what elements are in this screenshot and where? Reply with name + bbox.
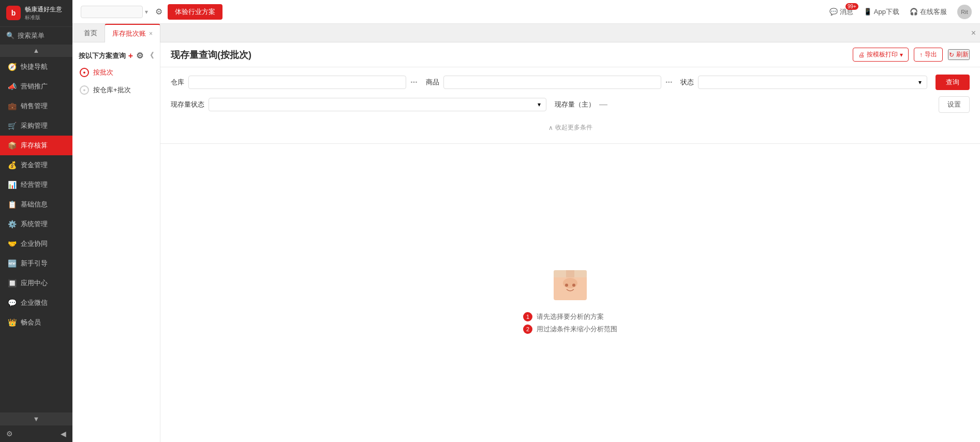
sidebar-item-enterprise[interactable]: 🤝企业协同 bbox=[0, 234, 72, 254]
sidebar-logo: b bbox=[6, 6, 21, 20]
sidebar-item-purchase[interactable]: 🛒采购管理 bbox=[0, 116, 72, 136]
scheme-item-by_warehouse_batch[interactable]: ●按仓库+批次 bbox=[72, 81, 160, 99]
refresh-btn[interactable]: ↻ 刷新 bbox=[948, 49, 970, 60]
query-btn[interactable]: 查询 bbox=[936, 75, 970, 90]
messages-btn[interactable]: 💬 消息 99+ bbox=[829, 7, 853, 17]
user-profile-btn[interactable]: Rit bbox=[957, 5, 972, 19]
sidebar-item-finance[interactable]: 💰资金管理 bbox=[0, 155, 72, 175]
collapse-panel-icon[interactable]: 《 bbox=[146, 51, 154, 61]
warehouse-input[interactable] bbox=[188, 76, 406, 89]
scheme-dot-by_warehouse_batch: ● bbox=[80, 85, 89, 95]
scheme-item-by_batch[interactable]: ●按批次 bbox=[72, 64, 160, 81]
scroll-up-btn[interactable]: ▲ bbox=[0, 45, 72, 57]
topbar-gear-icon[interactable]: ⚙ bbox=[155, 7, 162, 17]
filter-warehouse: 仓库 ··· bbox=[171, 76, 418, 89]
sidebar: b 畅康通好生意 标准版 🔍 搜索菜单 ▲ 🧭快捷导航📣营销推广💼销售管理🛒采购… bbox=[0, 0, 72, 442]
page-header: 现存量查询(按批次) 🖨 按模板打印 ▾ ↑ 导出 ↻ 刷新 bbox=[160, 42, 980, 67]
tip-text: 请先选择要分析的方案 bbox=[537, 312, 604, 321]
sidebar-brand-info: 畅康通好生意 标准版 bbox=[25, 5, 62, 21]
inventory-icon: 📦 bbox=[7, 141, 17, 150]
app-download-label: App下载 bbox=[874, 7, 899, 17]
topbar-search-input[interactable] bbox=[81, 6, 143, 18]
sidebar-item-system[interactable]: ⚙️系统管理 bbox=[0, 214, 72, 234]
add-scheme-btn[interactable]: + bbox=[128, 51, 133, 61]
empty-illustration bbox=[544, 252, 596, 304]
export-btn[interactable]: ↑ 导出 bbox=[914, 48, 943, 62]
status-select[interactable]: ▾ bbox=[698, 76, 927, 89]
sidebar-item-basics[interactable]: 📋基础信息 bbox=[0, 195, 72, 214]
tip-num: 1 bbox=[523, 312, 532, 321]
empty-tips: 1请先选择要分析的方案2用过滤条件来缩小分析范围 bbox=[523, 312, 617, 334]
operations-icon: 📊 bbox=[7, 180, 17, 189]
sidebar-item-wechat[interactable]: 💬企业微信 bbox=[0, 293, 72, 313]
stock-status-label: 现存量状态 bbox=[171, 100, 204, 109]
sidebar-item-operations[interactable]: 📊经营管理 bbox=[0, 175, 72, 195]
search-menu-item[interactable]: 🔍 搜索菜单 bbox=[0, 27, 72, 45]
user-avatar: Rit bbox=[957, 5, 972, 19]
status-label: 状态 bbox=[680, 78, 694, 87]
finance-icon: 💰 bbox=[7, 160, 17, 170]
left-panel-title: 按以下方案查询 bbox=[79, 51, 126, 61]
online-service-label: 在线客服 bbox=[920, 7, 947, 17]
right-panel: 现存量查询(按批次) 🖨 按模板打印 ▾ ↑ 导出 ↻ 刷新 bbox=[160, 42, 980, 442]
marketing-icon: 📣 bbox=[7, 82, 17, 91]
settings-btn[interactable]: 设置 bbox=[939, 96, 970, 113]
sidebar-item-marketing[interactable]: 📣营销推广 bbox=[0, 77, 72, 96]
collapse-more-btn[interactable]: ∧ 收起更多条件 bbox=[171, 119, 970, 136]
basics-icon: 📋 bbox=[7, 200, 17, 209]
empty-state: 1请先选择要分析的方案2用过滤条件来缩小分析范围 bbox=[160, 144, 980, 442]
sidebar-item-sales[interactable]: 💼销售管理 bbox=[0, 96, 72, 116]
tab-home[interactable]: 首页 bbox=[77, 24, 105, 42]
online-service-btn[interactable]: 🎧 在线客服 bbox=[910, 7, 947, 17]
tab-close-icon[interactable]: × bbox=[149, 30, 153, 37]
topbar-chevron-icon[interactable]: ▾ bbox=[145, 8, 148, 16]
sidebar-item-label-wechat: 企业微信 bbox=[21, 298, 48, 307]
enterprise-icon: 🤝 bbox=[7, 239, 17, 248]
guide-icon: 🆕 bbox=[7, 259, 17, 268]
sidebar-item-inventory[interactable]: 📦库存核算 bbox=[0, 136, 72, 155]
tabbar-close-btn[interactable]: × bbox=[971, 28, 976, 38]
sidebar-item-guide[interactable]: 🆕新手引导 bbox=[0, 254, 72, 273]
print-template-btn[interactable]: 🖨 按模板打印 ▾ bbox=[853, 48, 909, 62]
scheme-settings-icon[interactable]: ⚙ bbox=[136, 51, 143, 61]
sidebar-item-vip[interactable]: 👑畅会员 bbox=[0, 313, 72, 332]
warehouse-more-btn[interactable]: ··· bbox=[410, 78, 417, 87]
sidebar-nav: 🧭快捷导航📣营销推广💼销售管理🛒采购管理📦库存核算💰资金管理📊经营管理📋基础信息… bbox=[0, 57, 72, 412]
stock-amount-label: 现存量（主） bbox=[555, 100, 595, 109]
stock-amount-dash: — bbox=[599, 100, 607, 109]
sidebar-item-shortcut[interactable]: 🧭快捷导航 bbox=[0, 57, 72, 77]
goods-input[interactable] bbox=[443, 76, 661, 89]
sales-icon: 💼 bbox=[7, 101, 17, 111]
sidebar-item-label-apps: 应用中心 bbox=[21, 278, 48, 288]
collapse-sidebar-icon[interactable]: ◀ bbox=[61, 430, 66, 438]
trial-industry-btn[interactable]: 体验行业方案 bbox=[168, 4, 222, 20]
page-header-actions: 🖨 按模板打印 ▾ ↑ 导出 ↻ 刷新 bbox=[853, 48, 970, 62]
goods-more-btn[interactable]: ··· bbox=[665, 78, 672, 87]
search-menu-label: 搜索菜单 bbox=[18, 31, 44, 40]
status-chevron-icon: ▾ bbox=[918, 79, 922, 86]
filter-row-1: 仓库 ··· 商品 ··· 状态 ▾ bbox=[171, 75, 970, 90]
settings-icon[interactable]: ⚙ bbox=[6, 430, 13, 438]
filter-goods: 商品 ··· bbox=[426, 76, 673, 89]
print-chevron-icon: ▾ bbox=[900, 51, 903, 58]
stock-status-select[interactable]: ▾ bbox=[209, 98, 546, 111]
shortcut-icon: 🧭 bbox=[7, 62, 17, 71]
tab-home-label: 首页 bbox=[84, 28, 97, 38]
tab-inventory-batch[interactable]: 库存批次账 × bbox=[105, 24, 160, 42]
filter-stock-amount: 现存量（主） — bbox=[555, 100, 930, 109]
vip-icon: 👑 bbox=[7, 318, 17, 327]
brand-name: 畅康通好生意 bbox=[25, 5, 62, 14]
sidebar-item-label-purchase: 采购管理 bbox=[21, 121, 48, 130]
sidebar-item-label-marketing: 营销推广 bbox=[21, 82, 48, 91]
wechat-icon: 💬 bbox=[7, 298, 17, 307]
scheme-list: ●按批次●按仓库+批次 bbox=[72, 64, 160, 99]
sidebar-bottom: ⚙ ◀ bbox=[0, 425, 72, 442]
content-area: 按以下方案查询 + ⚙ 《 ●按批次●按仓库+批次 现存量查询(按批次) 🖨 按… bbox=[72, 42, 980, 442]
scroll-down-btn[interactable]: ▼ bbox=[0, 412, 72, 425]
sidebar-item-apps[interactable]: 🔲应用中心 bbox=[0, 273, 72, 293]
stock-status-chevron-icon: ▾ bbox=[538, 101, 541, 108]
messages-badge: 99+ bbox=[845, 3, 858, 10]
app-download-btn[interactable]: 📱 App下载 bbox=[864, 7, 899, 17]
sidebar-item-label-basics: 基础信息 bbox=[21, 200, 48, 209]
page-title: 现存量查询(按批次) bbox=[171, 49, 251, 61]
